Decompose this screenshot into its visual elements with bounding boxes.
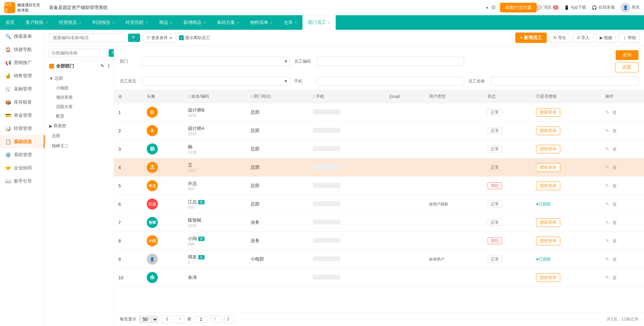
view-button[interactable]: ▶ 视频 bbox=[596, 33, 616, 43]
auth-login-button[interactable]: 授权登录 bbox=[536, 273, 560, 282]
edit-dept-icon[interactable]: ✎ bbox=[100, 63, 104, 69]
search-input[interactable] bbox=[49, 33, 125, 42]
edit-icon[interactable]: ✎ bbox=[605, 183, 609, 188]
export-button[interactable]: ↻ 导出 bbox=[550, 33, 570, 43]
col-dept[interactable]: ↕ 部门/职位 bbox=[246, 90, 309, 103]
row-auth[interactable]: 授权登录 bbox=[532, 158, 601, 177]
collapse-button[interactable]: 《 bbox=[106, 63, 110, 69]
dept-sub-project[interactable]: 项目库房 bbox=[45, 93, 114, 102]
edit-icon[interactable]: ✎ bbox=[605, 201, 609, 207]
nav-barcode[interactable]: 条码方案× bbox=[211, 15, 245, 30]
dept-tree-item-shuangzuo[interactable]: ▶ 双座想 bbox=[45, 121, 114, 131]
sidebar-item-search[interactable]: 🔍 搜索菜单 bbox=[0, 30, 45, 43]
dept-sub-peihuo[interactable]: 配货 bbox=[45, 112, 114, 121]
close-bom[interactable]: × bbox=[270, 20, 272, 25]
dept-search-button[interactable]: 🔍 bbox=[109, 49, 114, 57]
auth-login-button[interactable]: 授权登录 bbox=[536, 145, 560, 153]
sidebar-item-system[interactable]: ⚙️ 系统管理 bbox=[0, 148, 45, 161]
emp-name-input[interactable] bbox=[490, 77, 638, 86]
edit-icon[interactable]: ✎ bbox=[605, 128, 609, 133]
row-auth[interactable]: 授权登录 bbox=[532, 103, 601, 122]
emp-status-select[interactable]: ▾ bbox=[142, 77, 290, 86]
delete-icon[interactable]: 🗑 bbox=[612, 238, 617, 244]
first-page-button[interactable]: 《 bbox=[161, 315, 171, 323]
delete-icon[interactable]: 🗑 bbox=[612, 109, 617, 115]
dept-tree-item-zongbu[interactable]: ▼ 总部 bbox=[45, 73, 114, 83]
nav-profit[interactable]: 利润报告× bbox=[87, 15, 120, 30]
row-auth[interactable]: 授权登录 bbox=[532, 213, 601, 232]
close-profit[interactable]: × bbox=[112, 20, 115, 25]
set-button[interactable]: 设置 bbox=[615, 62, 638, 72]
delete-icon[interactable]: 🗑 bbox=[612, 165, 617, 170]
delete-icon[interactable]: 🗑 bbox=[612, 128, 617, 133]
close-barcode[interactable]: × bbox=[237, 20, 239, 25]
close-goods[interactable]: × bbox=[170, 20, 172, 25]
nav-history[interactable]: 经营历程× bbox=[120, 15, 153, 30]
sidebar-item-marketing[interactable]: 📢 营销推广 bbox=[0, 56, 45, 69]
nav-customer[interactable]: 客户联络× bbox=[20, 15, 53, 30]
prev-page-button[interactable]: 〈 bbox=[174, 315, 184, 323]
dept-tree-item-zhishu[interactable]: 植树王二 bbox=[45, 141, 114, 151]
dept-tree-item-zongbu2[interactable]: 总部 bbox=[45, 131, 114, 141]
sidebar-item-sales[interactable]: 💰 销售管理 bbox=[0, 69, 45, 82]
online-service-button[interactable]: 🎧 在线客服 bbox=[592, 5, 615, 10]
col-phone[interactable]: ↕ 手机 bbox=[309, 90, 386, 103]
edit-icon[interactable]: ✎ bbox=[605, 275, 609, 280]
close-customer[interactable]: × bbox=[46, 20, 48, 25]
experience-button[interactable]: 体验行业方案 bbox=[500, 3, 537, 12]
sidebar-item-guide[interactable]: 📖 新手引导 bbox=[0, 175, 45, 188]
nav-new-goods[interactable]: 新增商品× bbox=[178, 15, 211, 30]
edit-icon[interactable]: ✎ bbox=[605, 165, 609, 170]
delete-icon[interactable]: 🗑 bbox=[612, 201, 617, 207]
app-download-button[interactable]: 📱 App下载 bbox=[564, 5, 586, 10]
search-button[interactable]: 🔍 bbox=[128, 34, 140, 42]
nav-employee[interactable]: 部门员工× bbox=[302, 15, 336, 30]
dept-filter-select[interactable]: ▾ bbox=[142, 57, 290, 66]
row-auth[interactable]: 授权登录 bbox=[532, 268, 601, 287]
page-input[interactable] bbox=[194, 316, 208, 323]
row-auth[interactable]: 授权登录 bbox=[532, 232, 601, 250]
close-history[interactable]: × bbox=[146, 20, 148, 25]
nav-operation[interactable]: 经营情况× bbox=[53, 15, 87, 30]
auth-login-button[interactable]: 授权登录 bbox=[536, 218, 560, 227]
dept-sub-xiaodian[interactable]: 小电部 bbox=[45, 83, 114, 93]
close-new-goods[interactable]: × bbox=[203, 20, 206, 25]
user-area[interactable]: 👤 用友 bbox=[620, 3, 640, 12]
sidebar-item-base[interactable]: 📋 基础信息 bbox=[0, 135, 45, 148]
show-inactive-toggle[interactable]: ✓ 显示离职员工 bbox=[179, 35, 210, 41]
sidebar-item-operation-mgmt[interactable]: 📊 经营管理 bbox=[0, 122, 45, 135]
nav-goods[interactable]: 商品× bbox=[154, 15, 178, 30]
delete-icon[interactable]: 🗑 bbox=[612, 256, 617, 262]
last-page-button[interactable]: 》 bbox=[224, 315, 234, 323]
delete-icon[interactable]: 🗑 bbox=[612, 183, 617, 188]
message-button[interactable]: 💬 消息 5 bbox=[537, 5, 559, 10]
dept-search-input[interactable] bbox=[48, 49, 107, 57]
close-warehouse[interactable]: × bbox=[295, 20, 297, 25]
edit-icon[interactable]: ✎ bbox=[605, 238, 609, 244]
help-button[interactable]: ｜ 帮助 bbox=[619, 33, 640, 43]
more-filter-button[interactable]: ▽ 更多条件 ∧ bbox=[143, 33, 176, 43]
close-employee[interactable]: × bbox=[328, 20, 330, 25]
sidebar-item-inventory[interactable]: 📦 库存核算 bbox=[0, 96, 45, 109]
phone-input[interactable] bbox=[316, 77, 464, 86]
edit-icon[interactable]: ✎ bbox=[605, 146, 609, 152]
row-auth[interactable]: 授权登录 bbox=[532, 177, 601, 195]
auth-login-button[interactable]: 授权登录 bbox=[536, 126, 560, 135]
nav-warehouse[interactable]: 仓库× bbox=[278, 15, 302, 30]
sidebar-item-purchase[interactable]: 🛒 采购管理 bbox=[0, 82, 45, 96]
sidebar-item-nav[interactable]: 🏠 快捷导航 bbox=[0, 43, 45, 56]
edit-icon[interactable]: ✎ bbox=[605, 220, 609, 225]
delete-icon[interactable]: 🗑 bbox=[612, 275, 617, 280]
col-name[interactable]: ↕ 姓名/编码 bbox=[184, 90, 246, 103]
add-employee-button[interactable]: + 新增员工 bbox=[515, 33, 547, 43]
page-size-select[interactable]: 50 20 100 bbox=[139, 316, 158, 323]
row-auth[interactable]: 授权登录 bbox=[532, 122, 601, 140]
emp-code-input[interactable] bbox=[316, 57, 464, 66]
edit-icon[interactable]: ✎ bbox=[605, 256, 609, 262]
sidebar-item-collab[interactable]: 🤝 企业协同 bbox=[0, 161, 45, 175]
row-auth[interactable]: 授权登录 bbox=[532, 140, 601, 158]
dept-sub-shenyang[interactable]: 沈阳大库 bbox=[45, 102, 114, 112]
auth-login-button[interactable]: 授权登录 bbox=[536, 163, 560, 172]
delete-icon[interactable]: 🗑 bbox=[612, 146, 617, 152]
auth-login-button[interactable]: 授权登录 bbox=[536, 108, 560, 117]
